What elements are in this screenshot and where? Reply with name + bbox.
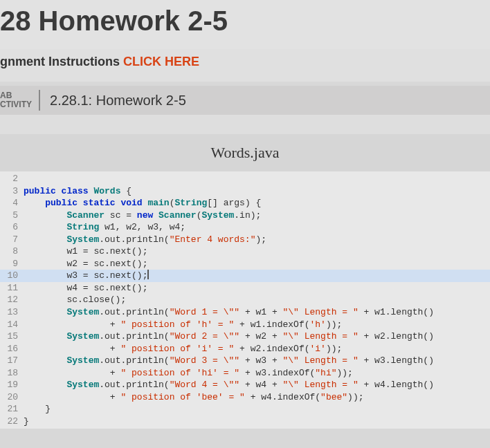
line-number: 18 (0, 367, 24, 380)
code-content[interactable]: + " position of 'i' = " + w2.indexOf('i'… (24, 343, 490, 355)
code-content[interactable]: } (24, 416, 490, 428)
code-content[interactable]: } (24, 403, 490, 416)
code-line[interactable]: 16 + " position of 'i' = " + w2.indexOf(… (0, 343, 490, 355)
badge-line2: CTIVITY (0, 100, 32, 109)
code-line[interactable]: 11 w4 = sc.next(); (0, 282, 490, 295)
code-content[interactable]: System.out.println("Word 1 = \"" + w1 + … (24, 306, 490, 319)
code-line[interactable]: 21 } (0, 403, 490, 416)
activity-badge: AB CTIVITY (0, 91, 39, 109)
line-number: 15 (0, 330, 24, 343)
line-number: 22 (0, 416, 24, 428)
line-number: 13 (0, 306, 24, 319)
code-content[interactable]: w1 = sc.next(); (24, 245, 490, 258)
code-content[interactable]: String w1, w2, w3, w4; (24, 221, 490, 234)
line-number: 19 (0, 379, 24, 391)
instructions-row: gnment Instructions CLICK HERE (0, 49, 490, 82)
code-line[interactable]: 12 sc.close(); (0, 294, 490, 306)
line-number: 7 (0, 234, 24, 246)
code-line[interactable]: 8 w1 = sc.next(); (0, 245, 490, 258)
line-number: 9 (0, 258, 24, 270)
code-content[interactable]: public class Words { (24, 185, 490, 198)
code-line[interactable]: 2 (0, 173, 490, 185)
code-content[interactable]: sc.close(); (24, 294, 490, 306)
line-number: 8 (0, 245, 24, 258)
line-number: 3 (0, 185, 24, 198)
code-line[interactable]: 10 w3 = sc.next(); (0, 270, 490, 282)
code-line[interactable]: 7 System.out.println("Enter 4 words:"); (0, 234, 490, 246)
code-content[interactable]: + " position of 'h' = " + w1.indexOf('h'… (24, 319, 490, 331)
code-content[interactable]: + " position of 'bee' = " + w4.indexOf("… (24, 391, 490, 404)
code-line[interactable]: 5 Scanner sc = new Scanner(System.in); (0, 209, 490, 222)
code-content[interactable]: public static void main(String[] args) { (24, 197, 490, 209)
spacer (0, 115, 490, 134)
instructions-label: gnment Instructions (0, 55, 123, 68)
code-line[interactable]: 15 System.out.println("Word 2 = \"" + w2… (0, 330, 490, 343)
line-number: 10 (0, 270, 24, 282)
code-content[interactable]: System.out.println("Word 2 = \"" + w2 + … (24, 330, 490, 343)
line-number: 20 (0, 391, 24, 404)
code-line[interactable]: 13 System.out.println("Word 1 = \"" + w1… (0, 306, 490, 319)
code-content[interactable]: w4 = sc.next(); (24, 282, 490, 295)
line-number: 14 (0, 319, 24, 331)
code-content[interactable]: System.out.println("Enter 4 words:"); (24, 234, 490, 246)
code-line[interactable]: 4 public static void main(String[] args)… (0, 197, 490, 209)
code-content[interactable] (24, 173, 490, 185)
line-number: 2 (0, 173, 24, 185)
code-line[interactable]: 20 + " position of 'bee' = " + w4.indexO… (0, 391, 490, 404)
line-number: 4 (0, 197, 24, 209)
code-line[interactable]: 17 System.out.println("Word 3 = \"" + w3… (0, 355, 490, 367)
line-number: 21 (0, 403, 24, 416)
code-content[interactable]: w2 = sc.next(); (24, 258, 490, 270)
code-line[interactable]: 6 String w1, w2, w3, w4; (0, 221, 490, 234)
code-line[interactable]: 22} (0, 416, 490, 428)
code-line[interactable]: 14 + " position of 'h' = " + w1.indexOf(… (0, 319, 490, 331)
code-line[interactable]: 3public class Words { (0, 185, 490, 198)
filename-bar: Words.java (0, 134, 490, 171)
code-content[interactable]: w3 = sc.next(); (24, 270, 490, 282)
activity-title: 2.28.1: Homework 2-5 (50, 93, 186, 109)
line-number: 12 (0, 294, 24, 306)
line-number: 5 (0, 209, 24, 222)
code-line[interactable]: 9 w2 = sc.next(); (0, 258, 490, 270)
instructions-link[interactable]: CLICK HERE (123, 55, 199, 68)
divider (39, 90, 40, 111)
line-number: 6 (0, 221, 24, 234)
code-content[interactable]: System.out.println("Word 3 = \"" + w3 + … (24, 355, 490, 367)
code-line[interactable]: 18 + " position of 'hi' = " + w3.indexOf… (0, 367, 490, 380)
activity-bar: AB CTIVITY 2.28.1: Homework 2-5 (0, 86, 490, 115)
code-content[interactable]: + " position of 'hi' = " + w3.indexOf("h… (24, 367, 490, 380)
line-number: 17 (0, 355, 24, 367)
text-cursor (147, 270, 149, 279)
page-title: 28 Homework 2-5 (0, 0, 490, 49)
code-content[interactable]: System.out.println("Word 4 = \"" + w4 + … (24, 379, 490, 391)
code-content[interactable]: Scanner sc = new Scanner(System.in); (24, 209, 490, 222)
code-editor[interactable]: 23public class Words {4 public static vo… (0, 171, 490, 429)
code-line[interactable]: 19 System.out.println("Word 4 = \"" + w4… (0, 379, 490, 391)
line-number: 16 (0, 343, 24, 355)
line-number: 11 (0, 282, 24, 295)
